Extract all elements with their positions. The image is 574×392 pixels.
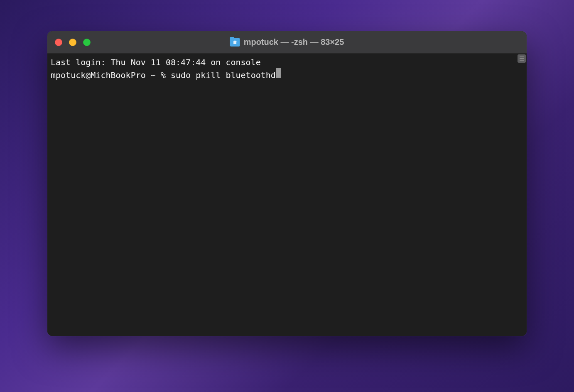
folder-icon bbox=[230, 38, 240, 47]
terminal-content: Last login: Thu Nov 11 08:47:44 on conso… bbox=[51, 57, 523, 81]
window-title-text: mpotuck — -zsh — 83×25 bbox=[244, 37, 344, 47]
minimize-button[interactable] bbox=[69, 39, 76, 46]
window-title: mpotuck — -zsh — 83×25 bbox=[230, 37, 344, 47]
terminal-window: mpotuck — -zsh — 83×25 Last login: Thu N… bbox=[47, 31, 527, 336]
scrollbar-track[interactable] bbox=[517, 54, 527, 336]
terminal-body[interactable]: Last login: Thu Nov 11 08:47:44 on conso… bbox=[47, 54, 527, 336]
window-titlebar[interactable]: mpotuck — -zsh — 83×25 bbox=[47, 31, 527, 54]
maximize-button[interactable] bbox=[83, 39, 91, 46]
shell-prompt: mpotuck@MichBookPro ~ % bbox=[51, 70, 171, 81]
last-login-line: Last login: Thu Nov 11 08:47:44 on conso… bbox=[51, 57, 261, 67]
home-icon bbox=[233, 40, 237, 44]
close-button[interactable] bbox=[55, 39, 62, 46]
terminal-cursor bbox=[276, 68, 281, 78]
traffic-lights-group bbox=[55, 39, 91, 46]
scrollbar-thumb[interactable] bbox=[518, 54, 526, 63]
command-input[interactable]: sudo pkill bluetoothd bbox=[171, 70, 276, 81]
